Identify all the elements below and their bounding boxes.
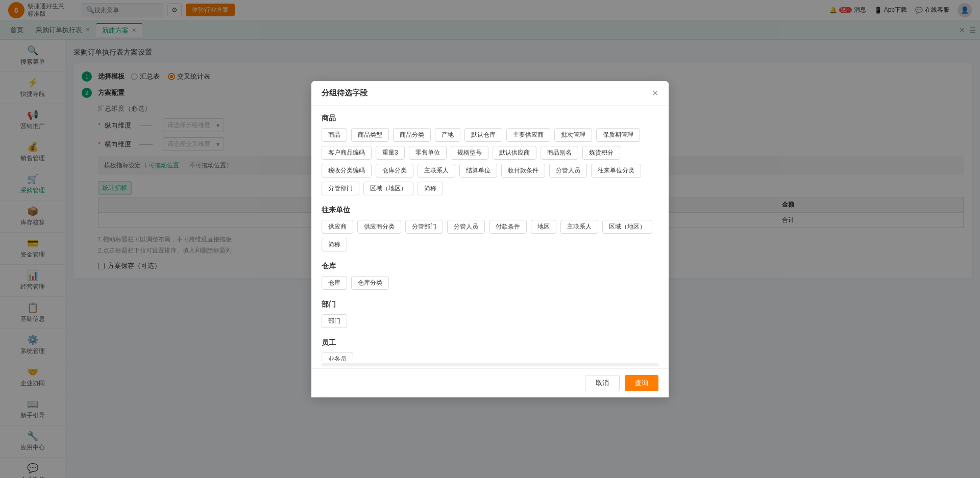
modal-footer: 取消 查询 bbox=[311, 368, 669, 397]
tag-abbr-partner[interactable]: 简称 bbox=[322, 238, 347, 251]
tag-expiry-mgmt[interactable]: 保质期管理 bbox=[596, 128, 640, 142]
tag-default-warehouse[interactable]: 默认仓库 bbox=[464, 128, 502, 142]
warehouse-tag-grid: 仓库 仓库分类 bbox=[322, 276, 658, 290]
tag-main-supplier[interactable]: 主要供应商 bbox=[506, 128, 550, 142]
tag-dept-supervisor[interactable]: 分管部门 bbox=[322, 182, 359, 195]
tag-supervisor[interactable]: 分管人员 bbox=[549, 164, 587, 178]
tag-origin[interactable]: 产地 bbox=[435, 128, 460, 142]
tag-region-area[interactable]: 区域（地区） bbox=[602, 220, 652, 234]
tag-dept[interactable]: 部门 bbox=[322, 314, 347, 328]
tag-sales-rep[interactable]: 业务员 bbox=[322, 353, 353, 361]
partner-tag-grid: 供应商 供应商分类 分管部门 分管人员 付款条件 地区 主联系人 区域（地区） … bbox=[322, 220, 658, 251]
employee-section-title: 员工 bbox=[322, 338, 658, 347]
tag-goods[interactable]: 商品 bbox=[322, 128, 347, 142]
modal-section-dept: 部门 部门 bbox=[322, 300, 658, 328]
tag-person-manage[interactable]: 分管人员 bbox=[447, 220, 485, 234]
dept-tag-grid: 部门 bbox=[322, 314, 658, 328]
tag-weight3[interactable]: 重量3 bbox=[376, 146, 405, 160]
tag-partner-category[interactable]: 往来单位分类 bbox=[591, 164, 641, 178]
goods-section-title: 商品 bbox=[322, 114, 658, 123]
modal-close-button[interactable]: ✕ bbox=[652, 88, 658, 98]
tag-retail-unit[interactable]: 零售单位 bbox=[409, 146, 447, 160]
modal-section-warehouse: 仓库 仓库 仓库分类 bbox=[322, 262, 658, 290]
tag-payment-terms[interactable]: 收付款条件 bbox=[501, 164, 545, 178]
modal-overlay[interactable]: 分组待选字段 ✕ 商品 商品 商品类型 商品分类 产地 默认仓库 主要供应商 批… bbox=[0, 0, 980, 478]
tag-region-partner[interactable]: 地区 bbox=[531, 220, 556, 234]
tag-dept-manage[interactable]: 分管部门 bbox=[405, 220, 443, 234]
cancel-button[interactable]: 取消 bbox=[585, 375, 620, 391]
modal-section-goods: 商品 商品 商品类型 商品分类 产地 默认仓库 主要供应商 批次管理 保质期管理… bbox=[322, 114, 658, 195]
tag-goods-alias[interactable]: 商品别名 bbox=[541, 146, 578, 160]
confirm-button[interactable]: 查询 bbox=[625, 375, 658, 391]
tag-abbr-goods[interactable]: 简称 bbox=[418, 182, 443, 195]
modal-section-employee: 员工 业务员 bbox=[322, 338, 658, 361]
tag-customer-code[interactable]: 客户商品编码 bbox=[322, 146, 372, 160]
tag-tax-code[interactable]: 税收分类编码 bbox=[322, 164, 372, 178]
modal: 分组待选字段 ✕ 商品 商品 商品类型 商品分类 产地 默认仓库 主要供应商 批… bbox=[311, 81, 669, 397]
tag-refine-points[interactable]: 炼货积分 bbox=[582, 146, 620, 160]
tag-settlement-unit[interactable]: 结算单位 bbox=[459, 164, 497, 178]
tag-batch-mgmt[interactable]: 批次管理 bbox=[554, 128, 592, 142]
warehouse-section-title: 仓库 bbox=[322, 262, 658, 271]
partner-section-title: 往来单位 bbox=[322, 206, 658, 215]
employee-tag-grid: 业务员 bbox=[322, 353, 658, 361]
tag-spec-model[interactable]: 规格型号 bbox=[451, 146, 488, 160]
tag-supplier-category[interactable]: 供应商分类 bbox=[357, 220, 401, 234]
tag-warehouse-category[interactable]: 仓库分类 bbox=[376, 164, 413, 178]
modal-section-partner: 往来单位 供应商 供应商分类 分管部门 分管人员 付款条件 地区 主联系人 区域… bbox=[322, 206, 658, 251]
tag-warehouse-type[interactable]: 仓库分类 bbox=[351, 276, 389, 290]
tag-main-contact[interactable]: 主联系人 bbox=[418, 164, 455, 178]
dept-section-title: 部门 bbox=[322, 300, 658, 309]
modal-header: 分组待选字段 ✕ bbox=[311, 81, 669, 106]
tag-default-supplier[interactable]: 默认供应商 bbox=[493, 146, 536, 160]
modal-scrollbar-x[interactable] bbox=[322, 363, 658, 366]
modal-title: 分组待选字段 bbox=[322, 88, 368, 98]
tag-region-goods[interactable]: 区域（地区） bbox=[363, 182, 413, 195]
tag-main-contact2[interactable]: 主联系人 bbox=[560, 220, 598, 234]
modal-body: 商品 商品 商品类型 商品分类 产地 默认仓库 主要供应商 批次管理 保质期管理… bbox=[311, 106, 669, 361]
tag-supplier[interactable]: 供应商 bbox=[322, 220, 353, 234]
goods-tag-grid: 商品 商品类型 商品分类 产地 默认仓库 主要供应商 批次管理 保质期管理 客户… bbox=[322, 128, 658, 195]
tag-goods-category[interactable]: 商品分类 bbox=[393, 128, 431, 142]
tag-goods-type[interactable]: 商品类型 bbox=[351, 128, 389, 142]
tag-payment-condition[interactable]: 付款条件 bbox=[489, 220, 527, 234]
tag-warehouse[interactable]: 仓库 bbox=[322, 276, 347, 290]
